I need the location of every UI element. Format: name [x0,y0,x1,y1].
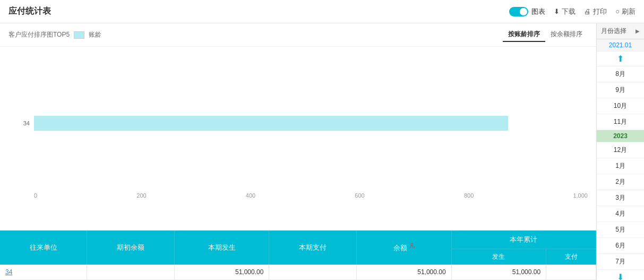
table-header-row: 往来单位 期初余额 本期发生 本期支付 余额 凡 本年累计 [0,231,596,249]
x-label-1000: 1,000 [573,192,588,199]
legend-box [74,31,84,39]
chart-section: 客户应付排序图TOP5 账龄 按账龄排序 按余额排序 34 [0,23,596,280]
sort-by-amount-button[interactable]: 按账龄排序 [503,28,545,42]
month-2[interactable]: 2月 [597,174,644,190]
chart-toggle-label: 图表 [531,7,545,16]
chart-header: 客户应付排序图TOP5 账龄 按账龄排序 按余额排序 [0,23,596,47]
col-ytd: 本年累计 [451,231,596,249]
x-axis: 0 200 400 600 800 1,000 [8,190,588,199]
sidebar: 月份选择 ▶ 2021.01 ⬆ 8月 9月 10月 11月 2023 12月 … [596,23,644,280]
month-5[interactable]: 5月 [597,222,644,238]
col-current-occurrence: 本期发生 [174,231,269,265]
download-icon: ⬇ [554,7,560,15]
col-ytd-payment: 支付 [546,249,596,265]
refresh-icon: ○ [615,7,620,15]
data-table: 往来单位 期初余额 本期发生 本期支付 余额 凡 本年累计 发生 [0,231,596,280]
refresh-button[interactable]: ○ 刷新 [615,7,636,16]
sort-buttons: 按账龄排序 按余额排序 [503,28,588,42]
balance-note: 凡 [409,243,415,249]
vendor-link[interactable]: 34 [5,268,12,276]
month-10[interactable]: 10月 [597,98,644,114]
cell-ytd-occurrence: 51,000.00 [451,265,546,280]
chart-toggle[interactable] [509,7,528,16]
table-section: 往来单位 期初余额 本期发生 本期支付 余额 凡 本年累计 发生 [0,230,596,280]
sidebar-collapse-icon[interactable]: ▶ [636,28,640,34]
month-6[interactable]: 6月 [597,238,644,254]
col-opening-balance: 期初余额 [87,231,175,265]
download-button[interactable]: ⬇ 下载 [554,7,576,16]
bar-fill [34,116,508,131]
month-1[interactable]: 1月 [597,158,644,174]
x-label-200: 200 [136,192,146,199]
cell-current-payment [269,265,357,280]
bar-id-label: 34 [8,120,30,126]
month-select-label: 月份选择 [601,27,626,36]
refresh-label: 刷新 [622,7,636,16]
year-2023-marker: 2023 [597,130,644,142]
nav-down-button[interactable]: ⬇ [597,270,644,280]
print-button[interactable]: 🖨 打印 [584,7,607,16]
col-balance: 余额 凡 [357,231,451,265]
page-header: 应付统计表 图表 ⬇ 下载 🖨 打印 ○ 刷新 [0,0,644,23]
legend-label: 账龄 [89,30,101,39]
col-vendor: 往来单位 [0,231,87,265]
col-current-payment: 本期支付 [269,231,357,265]
chart-canvas: 34 856天 [8,52,588,190]
cell-balance: 51,000.00 [357,265,451,280]
month-9[interactable]: 9月 [597,82,644,98]
current-period[interactable]: 2021.01 [597,39,644,52]
chart-legend: 客户应付排序图TOP5 账龄 [8,30,101,39]
x-label-800: 800 [464,192,474,199]
header-actions: 图表 ⬇ 下载 🖨 打印 ○ 刷新 [509,7,636,16]
chart-area: 34 856天 0 200 400 600 800 1,000 [0,47,596,230]
cell-opening-balance [87,265,175,280]
bar-row: 34 856天 [8,116,588,131]
month-4[interactable]: 4月 [597,206,644,222]
page-title: 应付统计表 [8,6,51,17]
cell-current-occurrence: 51,000.00 [174,265,269,280]
month-12[interactable]: 12月 [597,142,644,158]
x-label-0: 0 [34,192,37,199]
chart-toggle-wrap[interactable]: 图表 [509,7,545,16]
nav-up-button[interactable]: ⬆ [597,52,644,66]
month-11[interactable]: 11月 [597,114,644,130]
month-7[interactable]: 7月 [597,254,644,270]
month-3[interactable]: 3月 [597,190,644,206]
cell-vendor: 34 [0,265,87,280]
col-ytd-occurrence: 发生 [451,249,546,265]
chart-title-label: 客户应付排序图TOP5 [8,30,70,39]
sort-by-balance-button[interactable]: 按余额排序 [545,28,588,42]
download-label: 下载 [562,7,576,16]
cell-ytd-payment [546,265,596,280]
month-8[interactable]: 8月 [597,66,644,82]
sidebar-header: 月份选择 ▶ [597,23,644,39]
x-label-400: 400 [246,192,255,199]
x-label-600: 600 [355,192,364,199]
print-label: 打印 [593,7,607,16]
bar-container: 856天 [34,116,588,131]
print-icon: 🖨 [584,7,591,15]
table-row: 34 51,000.00 51,000.00 51,000.00 [0,265,596,280]
main-area: 客户应付排序图TOP5 账龄 按账龄排序 按余额排序 34 [0,23,644,280]
